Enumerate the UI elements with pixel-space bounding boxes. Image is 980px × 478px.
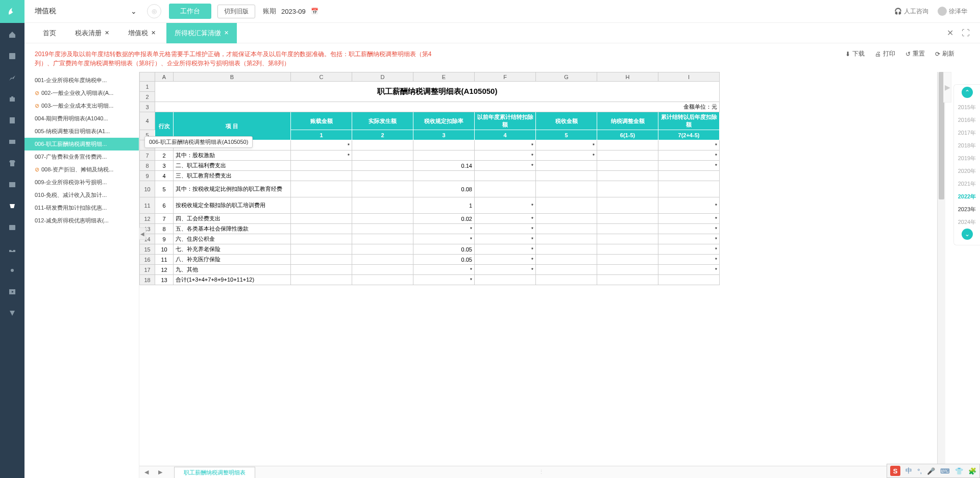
item-label-cell[interactable]: 八、补充医疗保险 [174, 255, 291, 265]
year-item[interactable]: 2024年 [958, 216, 976, 229]
data-cell[interactable]: * [658, 265, 720, 275]
data-cell[interactable] [291, 171, 352, 181]
close-icon[interactable]: ✕ [224, 30, 229, 36]
nav-archive-icon[interactable] [8, 223, 17, 232]
data-cell[interactable]: * [658, 234, 720, 244]
row-header[interactable]: 10 [140, 181, 155, 197]
form-item-001[interactable]: 001-企业所得税年度纳税申... [24, 74, 139, 87]
data-cell[interactable]: * [475, 265, 536, 275]
data-cell[interactable]: * [413, 275, 475, 285]
user-menu[interactable]: 徐泽华 [938, 7, 967, 16]
nav-inbox-icon[interactable] [8, 244, 17, 254]
row-number-cell[interactable]: 9 [155, 234, 174, 244]
print-button[interactable]: 🖨打印 [875, 49, 895, 58]
row-header[interactable]: 9 [140, 171, 155, 181]
app-logo[interactable] [0, 0, 24, 23]
data-cell[interactable] [291, 255, 352, 265]
ime-mic-icon[interactable]: 🎤 [927, 467, 935, 475]
year-item[interactable]: 2019年 [958, 152, 976, 165]
nav-card-icon[interactable] [8, 137, 17, 146]
reset-button[interactable]: ↺重置 [905, 49, 925, 58]
data-cell[interactable] [475, 171, 536, 181]
switch-old-button[interactable]: 切到旧版 [217, 5, 255, 18]
data-cell[interactable]: * [475, 161, 536, 171]
data-cell[interactable] [536, 161, 597, 171]
nav-image-icon[interactable] [8, 180, 17, 189]
item-label-cell[interactable]: 合计(1+3+4+7+8+9+10+11+12) [174, 275, 291, 285]
data-cell[interactable] [352, 197, 413, 214]
data-cell[interactable] [291, 214, 352, 224]
data-cell[interactable] [597, 171, 658, 181]
data-cell[interactable]: * [658, 255, 720, 265]
item-label-cell[interactable]: 三、职工教育经费支出 [174, 171, 291, 181]
ime-lang[interactable]: 中 [905, 466, 912, 475]
data-cell[interactable] [352, 265, 413, 275]
close-icon[interactable]: ✕ [105, 30, 109, 36]
data-cell[interactable] [352, 255, 413, 265]
data-cell[interactable]: * [413, 265, 475, 275]
row-number-cell[interactable]: 12 [155, 265, 174, 275]
data-cell[interactable]: 1 [413, 197, 475, 214]
data-cell[interactable] [352, 224, 413, 234]
data-cell[interactable] [352, 244, 413, 255]
data-cell[interactable] [597, 234, 658, 244]
data-cell[interactable] [352, 161, 413, 171]
data-cell[interactable] [597, 265, 658, 275]
year-item[interactable]: 2021年 [958, 178, 976, 190]
ime-logo[interactable]: S [890, 466, 900, 476]
nav-book-icon[interactable] [8, 52, 17, 61]
data-cell[interactable] [597, 275, 658, 285]
data-cell[interactable] [291, 275, 352, 285]
data-cell[interactable] [291, 197, 352, 214]
row-header[interactable]: 18 [140, 275, 155, 285]
row-number-cell[interactable]: 5 [155, 181, 174, 197]
data-cell[interactable] [597, 244, 658, 255]
year-scroll-up[interactable]: ⌃ [962, 87, 973, 98]
tab-income-tax[interactable]: 所得税汇算清缴✕ [166, 23, 237, 43]
data-cell[interactable]: * [413, 224, 475, 234]
nav-shirt-icon[interactable] [8, 159, 17, 168]
data-cell[interactable] [597, 150, 658, 161]
data-cell[interactable] [597, 214, 658, 224]
col-header[interactable]: D [352, 72, 413, 82]
nav-clipboard-icon[interactable] [8, 116, 17, 125]
nav-home-icon[interactable] [8, 30, 17, 39]
data-cell[interactable]: * [413, 234, 475, 244]
data-cell[interactable] [291, 161, 352, 171]
data-cell[interactable] [352, 150, 413, 161]
data-cell[interactable]: * [536, 150, 597, 161]
data-cell[interactable] [352, 171, 413, 181]
item-label-cell[interactable]: 按税收规定全额扣除的职工培训费用 [174, 197, 291, 214]
row-number-cell[interactable]: 2 [155, 150, 174, 161]
col-header[interactable]: I [658, 72, 720, 82]
data-cell[interactable]: * [291, 150, 352, 161]
data-cell[interactable]: * [658, 197, 720, 214]
row-number-cell[interactable]: 3 [155, 161, 174, 171]
form-item-008[interactable]: ⊘008-资产折旧、摊销及纳税... [24, 163, 139, 176]
tab-vat[interactable]: 增值税✕ [120, 23, 164, 43]
col-header[interactable]: G [536, 72, 597, 82]
data-cell[interactable] [352, 275, 413, 285]
close-icon[interactable]: ✕ [151, 30, 156, 36]
data-cell[interactable] [352, 181, 413, 197]
nav-chart-icon[interactable] [8, 73, 17, 82]
col-header[interactable]: F [475, 72, 536, 82]
year-item[interactable]: 2017年 [958, 127, 976, 139]
col-header[interactable]: C [291, 72, 352, 82]
item-label-cell[interactable]: 六、住房公积金 [174, 234, 291, 244]
data-cell[interactable]: * [475, 224, 536, 234]
row-header[interactable]: 12 [140, 214, 155, 224]
row-header[interactable]: 4 [140, 112, 155, 130]
data-cell[interactable] [597, 197, 658, 214]
data-cell[interactable] [658, 275, 720, 285]
data-cell[interactable] [475, 181, 536, 197]
row-header[interactable]: 17 [140, 265, 155, 275]
data-cell[interactable] [658, 171, 720, 181]
item-label-cell[interactable]: 四、工会经费支出 [174, 214, 291, 224]
col-header[interactable]: A [155, 72, 174, 82]
data-cell[interactable]: 0.05 [413, 244, 475, 255]
data-cell[interactable]: * [475, 234, 536, 244]
item-label-cell[interactable]: 七、补充养老保险 [174, 244, 291, 255]
consult-button[interactable]: 🎧 人工咨询 [894, 7, 928, 16]
tab-tax-list[interactable]: 税表清册✕ [67, 23, 117, 43]
